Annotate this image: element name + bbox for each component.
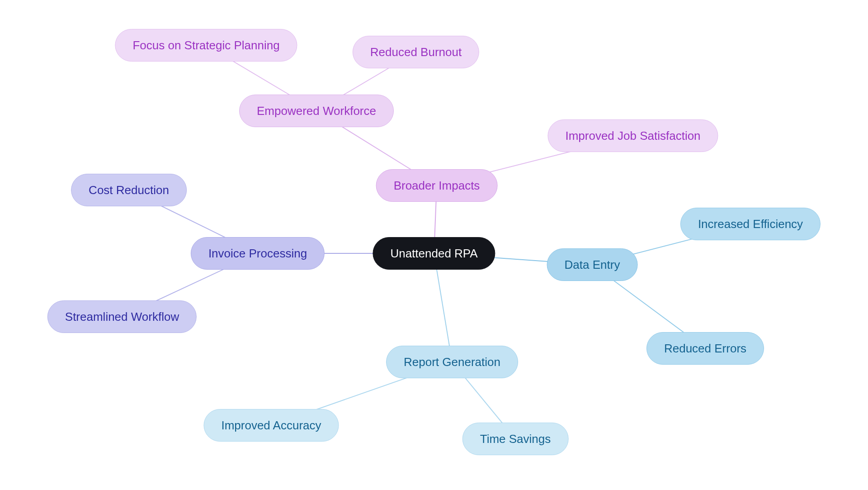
node-label: Invoice Processing [208, 247, 307, 260]
node-label: Focus on Strategic Planning [132, 38, 279, 52]
node-label: Broader Impacts [394, 179, 480, 192]
node-label: Increased Efficiency [698, 217, 803, 231]
node-data-entry[interactable]: Data Entry [547, 248, 638, 281]
node-time-savings[interactable]: Time Savings [462, 423, 569, 455]
node-label: Time Savings [480, 432, 551, 446]
node-invoice-processing[interactable]: Invoice Processing [191, 237, 325, 270]
node-root[interactable]: Unattended RPA [373, 237, 495, 270]
node-label: Streamlined Workflow [65, 310, 179, 323]
node-label: Data Entry [565, 258, 620, 271]
mindmap-canvas: Unattended RPA Broader Impacts Empowered… [0, 0, 868, 490]
node-label: Reduced Burnout [370, 45, 462, 59]
node-report-generation[interactable]: Report Generation [386, 346, 518, 378]
node-label: Improved Accuracy [221, 419, 321, 432]
node-label: Unattended RPA [390, 247, 477, 260]
node-empowered-workforce[interactable]: Empowered Workforce [239, 95, 394, 127]
node-streamlined-workflow[interactable]: Streamlined Workflow [47, 300, 197, 333]
node-label: Empowered Workforce [257, 104, 376, 118]
node-improved-accuracy[interactable]: Improved Accuracy [203, 409, 339, 442]
node-label: Report Generation [404, 355, 500, 369]
node-increased-efficiency[interactable]: Increased Efficiency [680, 208, 821, 240]
node-label: Reduced Errors [664, 342, 746, 355]
node-cost-reduction[interactable]: Cost Reduction [71, 174, 187, 206]
node-broader-impacts[interactable]: Broader Impacts [376, 169, 498, 202]
node-reduced-burnout[interactable]: Reduced Burnout [353, 36, 479, 68]
node-label: Cost Reduction [89, 183, 169, 197]
node-label: Improved Job Satisfaction [565, 129, 700, 143]
node-job-satisfaction[interactable]: Improved Job Satisfaction [547, 119, 718, 152]
node-strategic-planning[interactable]: Focus on Strategic Planning [115, 29, 297, 62]
node-reduced-errors[interactable]: Reduced Errors [646, 332, 764, 365]
